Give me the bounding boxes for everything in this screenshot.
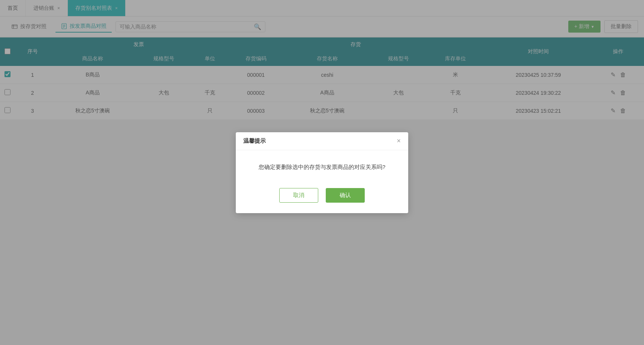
modal-overlay: 温馨提示 × 您确定要删除选中的存货与发票商品的对应关系吗? 取消 确认 — [0, 0, 644, 120]
